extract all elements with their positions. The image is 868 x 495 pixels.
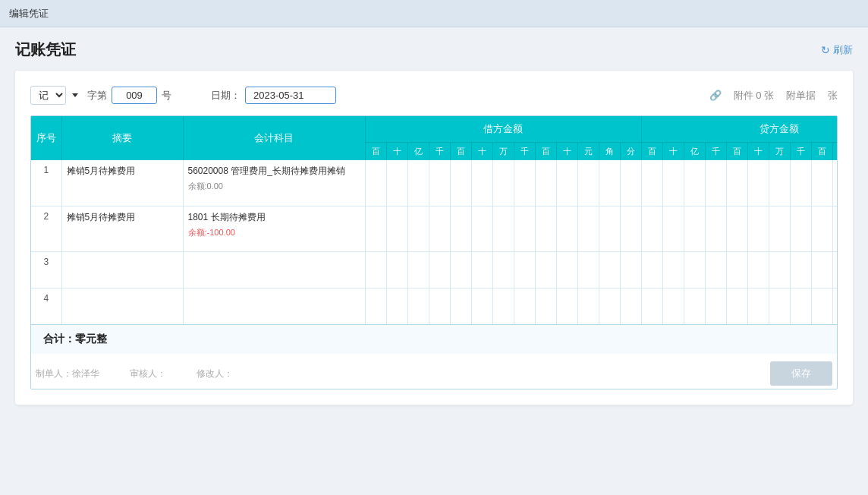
row-account[interactable]: 1801 长期待摊费用余额:-100.00 (183, 206, 365, 251)
credit-digit-cell[interactable] (705, 288, 726, 324)
debit-digit-cell[interactable] (429, 251, 450, 288)
credit-digit-cell[interactable] (790, 160, 811, 206)
debit-digit-cell[interactable] (365, 251, 386, 288)
debit-digit-cell[interactable] (577, 160, 599, 206)
debit-digit-cell[interactable] (556, 288, 577, 324)
debit-digit-cell[interactable] (429, 206, 450, 251)
credit-digit-cell[interactable] (811, 160, 832, 206)
debit-digit-cell[interactable] (471, 206, 492, 251)
credit-digit-cell[interactable] (832, 251, 838, 288)
credit-digit-cell[interactable] (684, 160, 705, 206)
credit-digit-cell[interactable] (769, 206, 790, 251)
debit-digit-cell[interactable] (535, 160, 556, 206)
credit-digit-cell[interactable] (726, 251, 747, 288)
debit-digit-cell[interactable] (386, 206, 407, 251)
debit-digit-cell[interactable] (535, 206, 556, 251)
debit-digit-cell[interactable] (407, 288, 429, 324)
credit-digit-cell[interactable] (641, 160, 662, 206)
debit-digit-cell[interactable] (599, 288, 620, 324)
debit-digit-cell[interactable] (471, 288, 492, 324)
credit-digit-cell[interactable] (790, 251, 811, 288)
debit-digit-cell[interactable] (620, 288, 641, 324)
row-account[interactable] (183, 251, 365, 288)
credit-digit-cell[interactable] (769, 160, 790, 206)
debit-digit-cell[interactable] (407, 206, 429, 251)
credit-digit-cell[interactable] (662, 206, 684, 251)
debit-digit-cell[interactable] (514, 160, 535, 206)
credit-digit-cell[interactable] (769, 288, 790, 324)
credit-digit-cell[interactable] (726, 206, 747, 251)
credit-digit-cell[interactable] (662, 160, 684, 206)
debit-digit-cell[interactable] (556, 160, 577, 206)
debit-digit-cell[interactable] (386, 160, 407, 206)
debit-digit-cell[interactable] (492, 206, 514, 251)
credit-digit-cell[interactable] (747, 160, 769, 206)
row-summary[interactable]: 摊销5月待摊费用 (61, 206, 183, 251)
debit-digit-cell[interactable] (386, 288, 407, 324)
credit-digit-cell[interactable] (747, 206, 769, 251)
credit-digit-cell[interactable] (790, 206, 811, 251)
debit-digit-cell[interactable] (535, 288, 556, 324)
debit-digit-cell[interactable] (514, 288, 535, 324)
number-input[interactable] (112, 87, 157, 104)
credit-digit-cell[interactable] (747, 288, 769, 324)
debit-digit-cell[interactable] (492, 288, 514, 324)
debit-digit-cell[interactable] (514, 251, 535, 288)
debit-digit-cell[interactable] (599, 251, 620, 288)
credit-digit-cell[interactable] (662, 288, 684, 324)
credit-digit-cell[interactable] (641, 206, 662, 251)
credit-digit-cell[interactable] (811, 206, 832, 251)
debit-digit-cell[interactable] (450, 251, 471, 288)
debit-digit-cell[interactable] (599, 206, 620, 251)
debit-digit-cell[interactable] (450, 206, 471, 251)
debit-digit-cell[interactable] (365, 288, 386, 324)
debit-digit-cell[interactable] (429, 288, 450, 324)
type-select[interactable]: 记 (30, 86, 66, 105)
attach-single-label[interactable]: 附单据 (786, 89, 816, 102)
credit-digit-cell[interactable] (684, 206, 705, 251)
credit-digit-cell[interactable] (662, 251, 684, 288)
debit-digit-cell[interactable] (450, 160, 471, 206)
debit-digit-cell[interactable] (492, 251, 514, 288)
row-account[interactable]: 56020008 管理费用_长期待摊费用摊销余额:0.00 (183, 160, 365, 206)
save-button[interactable]: 保存 (770, 361, 832, 386)
debit-digit-cell[interactable] (471, 251, 492, 288)
debit-digit-cell[interactable] (556, 251, 577, 288)
date-input[interactable] (245, 87, 336, 104)
debit-digit-cell[interactable] (450, 288, 471, 324)
debit-digit-cell[interactable] (407, 160, 429, 206)
credit-digit-cell[interactable] (832, 288, 838, 324)
debit-digit-cell[interactable] (365, 206, 386, 251)
debit-digit-cell[interactable] (577, 251, 599, 288)
debit-digit-cell[interactable] (429, 160, 450, 206)
credit-digit-cell[interactable] (726, 160, 747, 206)
credit-digit-cell[interactable] (705, 160, 726, 206)
credit-digit-cell[interactable] (726, 288, 747, 324)
debit-digit-cell[interactable] (535, 251, 556, 288)
debit-digit-cell[interactable] (514, 206, 535, 251)
credit-digit-cell[interactable] (790, 288, 811, 324)
debit-digit-cell[interactable] (407, 251, 429, 288)
debit-digit-cell[interactable] (599, 160, 620, 206)
debit-digit-cell[interactable] (620, 251, 641, 288)
credit-digit-cell[interactable] (811, 288, 832, 324)
debit-digit-cell[interactable] (620, 206, 641, 251)
debit-digit-cell[interactable] (365, 160, 386, 206)
row-account[interactable] (183, 288, 365, 324)
credit-digit-cell[interactable] (832, 160, 838, 206)
credit-digit-cell[interactable] (811, 251, 832, 288)
credit-digit-cell[interactable] (705, 206, 726, 251)
credit-digit-cell[interactable] (684, 251, 705, 288)
debit-digit-cell[interactable] (577, 206, 599, 251)
credit-digit-cell[interactable] (747, 251, 769, 288)
debit-digit-cell[interactable] (471, 160, 492, 206)
debit-digit-cell[interactable] (492, 160, 514, 206)
row-summary[interactable] (61, 251, 183, 288)
credit-digit-cell[interactable] (684, 288, 705, 324)
credit-digit-cell[interactable] (641, 288, 662, 324)
credit-digit-cell[interactable] (641, 251, 662, 288)
row-summary[interactable]: 摊销5月待摊费用 (61, 160, 183, 206)
credit-digit-cell[interactable] (705, 251, 726, 288)
debit-digit-cell[interactable] (620, 160, 641, 206)
row-summary[interactable] (61, 288, 183, 324)
